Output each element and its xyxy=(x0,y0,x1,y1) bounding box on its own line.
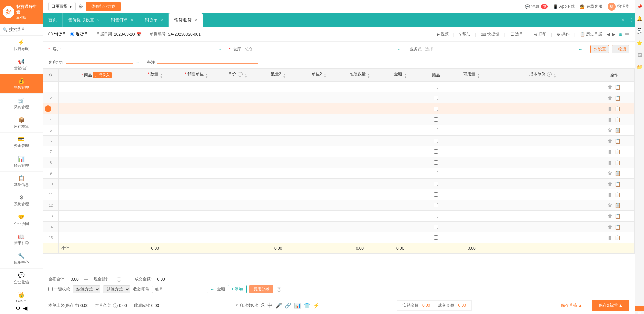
product-cell[interactable] xyxy=(58,103,135,114)
sales-unit-cell[interactable] xyxy=(175,179,217,189)
cost-price-cell[interactable] xyxy=(492,189,594,200)
right-icon-5[interactable]: 🖼 xyxy=(636,51,643,59)
copy-row-btn[interactable]: 📋 xyxy=(615,181,621,187)
copy-row-btn[interactable]: 📋 xyxy=(615,117,621,122)
sales-unit-cell[interactable] xyxy=(175,114,217,125)
available-cell[interactable] xyxy=(451,92,492,103)
save-draft-btn[interactable]: 保存草稿 ▲ xyxy=(554,300,589,311)
account-input[interactable] xyxy=(152,286,208,293)
gift-checkbox[interactable] xyxy=(434,149,438,154)
product-cell[interactable] xyxy=(58,179,135,189)
cost-price-cell[interactable] xyxy=(492,146,594,157)
unit2-cell[interactable] xyxy=(299,103,339,114)
cost-price-cell[interactable] xyxy=(492,179,594,189)
amount-cell[interactable] xyxy=(380,125,421,136)
qty2-cell[interactable] xyxy=(258,125,299,136)
next-record-btn[interactable]: ▶ xyxy=(612,32,615,37)
pack-qty-cell[interactable] xyxy=(339,232,380,243)
sales-unit-cell[interactable] xyxy=(175,92,217,103)
account-select-btn[interactable]: ··· xyxy=(211,287,214,292)
delete-row-btn[interactable]: 🗑 xyxy=(608,160,612,165)
tab-price-settings[interactable]: 售价提取设置 ✕ xyxy=(63,13,105,27)
expense-split-btn[interactable]: 费用分摊 xyxy=(249,285,273,293)
delete-row-btn[interactable]: 🗑 xyxy=(608,138,612,144)
pack-qty-cell[interactable] xyxy=(339,146,380,157)
right-icon-3[interactable]: 💬 xyxy=(635,27,644,35)
pack-qty-cell[interactable] xyxy=(339,136,380,146)
unit-price-cell[interactable] xyxy=(217,179,258,189)
copy-row-btn[interactable]: 📋 xyxy=(615,171,621,176)
gift-checkbox[interactable] xyxy=(434,182,438,186)
tool-icon-3[interactable]: 🎤 xyxy=(275,302,282,309)
tool-icon-1[interactable]: S xyxy=(261,303,265,309)
copy-row-btn[interactable]: 📋 xyxy=(615,203,621,208)
address-select-btn[interactable]: ··· xyxy=(136,60,139,65)
close-tab-btn[interactable]: ✕ xyxy=(621,17,625,23)
sales-unit-cell[interactable] xyxy=(175,222,217,232)
amount-cell[interactable] xyxy=(380,157,421,168)
copy-row-btn[interactable]: 📋 xyxy=(615,192,621,197)
delete-row-btn[interactable]: 🗑 xyxy=(608,235,612,240)
unit2-cell[interactable] xyxy=(299,146,339,157)
available-cell[interactable] xyxy=(451,82,492,92)
gift-checkbox[interactable] xyxy=(434,203,438,207)
amount-cell[interactable] xyxy=(380,232,421,243)
quantity-cell[interactable] xyxy=(135,222,175,232)
warehouse-input[interactable]: 总仓 xyxy=(243,45,396,53)
add-row-btn[interactable]: + xyxy=(45,105,51,112)
tab-close-delivery[interactable]: ✕ xyxy=(160,18,163,22)
sales-unit-cell[interactable] xyxy=(175,200,217,211)
available-cell[interactable] xyxy=(451,114,492,125)
cost-price-cell[interactable] xyxy=(492,114,594,125)
operation-btn[interactable]: ⚙ 操作 xyxy=(555,30,572,38)
pack-qty-cell[interactable] xyxy=(339,157,380,168)
cost-price-info-icon[interactable]: i xyxy=(547,72,552,77)
tool-icon-5[interactable]: 📊 xyxy=(294,302,301,309)
cost-price-cell[interactable] xyxy=(492,92,594,103)
qty2-cell[interactable] xyxy=(258,189,299,200)
gift-checkbox[interactable] xyxy=(434,117,438,122)
product-cell[interactable] xyxy=(58,200,135,211)
sidebar-item-marketing[interactable]: 📢 营销推广 xyxy=(0,55,43,74)
pack-qty-cell[interactable] xyxy=(339,114,380,125)
delete-row-btn[interactable]: 🗑 xyxy=(608,128,612,133)
delete-row-btn[interactable]: 🗑 xyxy=(608,171,612,176)
unit2-cell[interactable] xyxy=(299,232,339,243)
unit2-cell[interactable] xyxy=(299,211,339,222)
pack-qty-cell[interactable] xyxy=(339,92,380,103)
cost-price-cell[interactable] xyxy=(492,211,594,222)
quantity-cell[interactable] xyxy=(135,168,175,179)
unit-price-cell[interactable] xyxy=(217,114,258,125)
qty2-cell[interactable] xyxy=(258,146,299,157)
product-cell[interactable] xyxy=(58,125,135,136)
sales-unit-cell[interactable] xyxy=(175,136,217,146)
cost-price-cell[interactable] xyxy=(492,136,594,146)
tool-icon-7[interactable]: ⚡ xyxy=(313,302,320,309)
unit-price-cell[interactable] xyxy=(217,103,258,114)
unit-price-cell[interactable] xyxy=(217,189,258,200)
qty2-cell[interactable] xyxy=(258,103,299,114)
delete-row-btn[interactable]: 🗑 xyxy=(608,224,612,230)
unit-price-info-icon[interactable]: i xyxy=(238,72,243,77)
settlement-select[interactable]: 结算方式 xyxy=(73,285,100,293)
amount-cell[interactable] xyxy=(380,103,421,114)
amount-cell[interactable] xyxy=(380,114,421,125)
radio-delivery[interactable]: 销货单 xyxy=(48,31,66,37)
delete-row-btn[interactable]: 🗑 xyxy=(608,181,612,187)
copy-row-btn[interactable]: 📋 xyxy=(615,149,621,154)
scan-input-btn[interactable]: 扫码录入 xyxy=(93,72,112,78)
prev-record-btn[interactable]: ◀ xyxy=(607,32,610,37)
unit-price-cell[interactable] xyxy=(217,222,258,232)
gift-checkbox[interactable] xyxy=(434,235,438,240)
unit2-cell[interactable] xyxy=(299,82,339,92)
product-cell[interactable] xyxy=(58,136,135,146)
sales-unit-cell[interactable] xyxy=(175,232,217,243)
gift-checkbox[interactable] xyxy=(434,107,438,111)
unit2-cell[interactable] xyxy=(299,200,339,211)
tool-icon-6[interactable]: 👕 xyxy=(304,302,310,309)
cost-price-cell[interactable] xyxy=(492,232,594,243)
cost-price-cell[interactable] xyxy=(492,200,594,211)
quantity-cell[interactable] xyxy=(135,103,175,114)
unit-price-cell[interactable] xyxy=(217,146,258,157)
sidebar-item-purchase[interactable]: 🛒 采购管理 xyxy=(0,94,43,113)
